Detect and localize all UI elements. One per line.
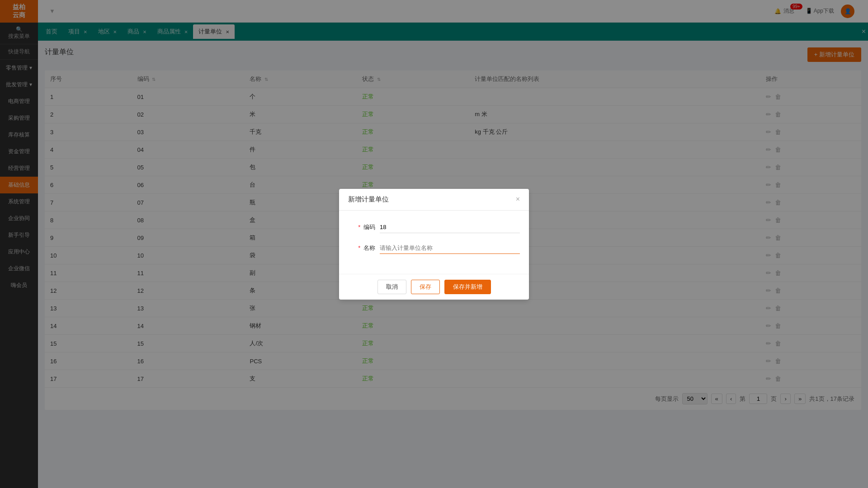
code-required-star: *: [358, 224, 360, 230]
cancel-button[interactable]: 取消: [377, 280, 406, 294]
code-label: * 编码: [348, 223, 375, 231]
modal-overlay[interactable]: 新增计量单位 × * 编码 * 名称 取消 保存 保存并新增: [0, 0, 868, 488]
name-required-star: *: [358, 244, 360, 251]
code-input[interactable]: [380, 221, 520, 233]
name-field-row: * 名称: [348, 242, 520, 254]
name-label: * 名称: [348, 244, 375, 252]
name-input[interactable]: [380, 242, 520, 254]
modal-header: 新增计量单位 ×: [339, 189, 529, 211]
modal-title: 新增计量单位: [348, 195, 389, 204]
modal-footer: 取消 保存 保存并新增: [339, 274, 529, 300]
name-label-text: 名称: [363, 244, 375, 251]
save-and-new-button[interactable]: 保存并新增: [444, 280, 491, 294]
code-field-row: * 编码: [348, 221, 520, 233]
code-label-text: 编码: [363, 224, 375, 230]
add-unit-modal: 新增计量单位 × * 编码 * 名称 取消 保存 保存并新增: [339, 189, 529, 300]
modal-body: * 编码 * 名称: [339, 211, 529, 274]
modal-close-button[interactable]: ×: [516, 195, 520, 203]
save-button[interactable]: 保存: [411, 280, 440, 294]
